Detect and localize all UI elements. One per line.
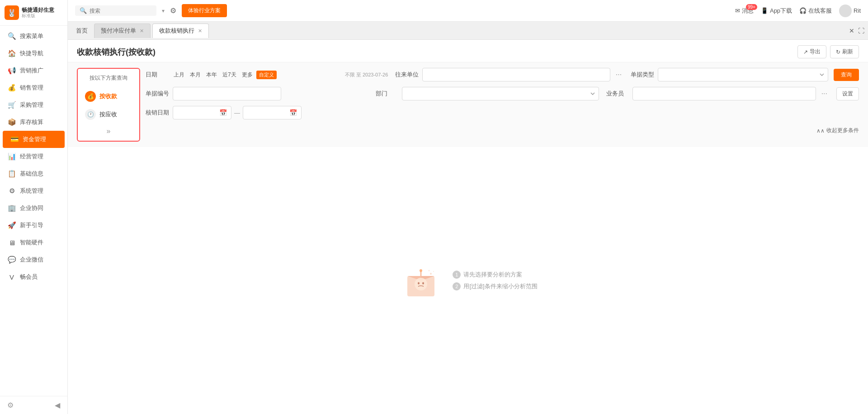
salesperson-input[interactable]	[632, 87, 816, 100]
service-icon: 🎧	[799, 7, 807, 14]
doc-no-input[interactable]	[173, 87, 281, 100]
date-tab-7days[interactable]: 近7天	[221, 70, 238, 80]
tab-home[interactable]: 首页	[71, 24, 92, 38]
collapse-more-label: 收起更多条件	[826, 127, 859, 134]
purchase-nav-label: 采购管理	[20, 101, 43, 109]
sidebar-item-operation[interactable]: 📊 经营管理	[0, 148, 67, 165]
export-icon: ↗	[803, 49, 808, 55]
salesperson-label: 业务员	[606, 90, 629, 98]
search-chevron-icon[interactable]: ▾	[162, 8, 165, 14]
sidebar-item-finance[interactable]: 💳 资金管理	[3, 131, 65, 148]
sidebar-item-system[interactable]: ⚙ 系统管理	[0, 182, 67, 200]
sidebar-item-smart[interactable]: 🖥 智能硬件	[0, 234, 67, 251]
sidebar-item-marketing[interactable]: 📢 营销推广	[0, 62, 67, 79]
avatar	[839, 5, 852, 17]
dept-label: 部门	[376, 90, 398, 98]
date-tab-last-month[interactable]: 上月	[172, 70, 186, 80]
svg-point-7	[429, 270, 430, 271]
basic-nav-label: 基础信息	[20, 170, 43, 178]
tip-text-2: 用[过滤]条件来缩小分析范围	[463, 282, 537, 290]
enterprise-nav-label: 企业协同	[20, 204, 43, 212]
user-menu[interactable]: Rit	[839, 5, 861, 17]
sidebar-item-newbie[interactable]: 🚀 新手引导	[0, 217, 67, 234]
date-tab-more[interactable]: 更多	[240, 70, 255, 80]
search-nav-icon: 🔍	[7, 32, 16, 40]
online-service-button[interactable]: 🎧 在线客服	[799, 7, 832, 15]
offset-date-start-input[interactable]: 2023-03-01	[177, 109, 217, 116]
prepay-tab-close-icon[interactable]: ✕	[140, 28, 144, 34]
tab-expand-icon[interactable]: ⛶	[858, 27, 864, 34]
counterparty-label: 往来单位	[395, 71, 419, 79]
offset-date-end-input[interactable]: 2023-07-21	[247, 109, 288, 116]
export-button[interactable]: ↗ 导出	[797, 45, 826, 58]
query-button[interactable]: 查询	[834, 69, 859, 81]
tab-bar: 首页 预付冲应付单 ✕ 收款核销执行 ✕ ✕ ⛶	[68, 22, 868, 40]
settings-button[interactable]: 设置	[836, 87, 859, 100]
message-badge: 99+	[746, 4, 757, 10]
sidebar-item-inventory[interactable]: 📦 库存核算	[0, 114, 67, 131]
sidebar-item-sales[interactable]: 💰 销售管理	[0, 79, 67, 96]
date-tab-this-month[interactable]: 本月	[188, 70, 203, 80]
logo-text: 畅捷通好生意 标准版	[22, 7, 54, 19]
filter-form: 日期 上月 本月 本年 近7天 更多 自定义 不限 至 2023-07-26 往…	[146, 68, 859, 142]
logo-icon: 🐰	[5, 5, 19, 20]
doc-no-field: 单据编号	[146, 87, 368, 100]
user-name: Rit	[854, 7, 861, 14]
inventory-nav-icon: 📦	[7, 118, 16, 126]
settings-icon[interactable]: ⚙	[7, 401, 14, 409]
sidebar-item-enterprise[interactable]: 🏢 企业协同	[0, 200, 67, 217]
app-download-button[interactable]: 📱 App下载	[761, 7, 792, 15]
tab-receipt-offset[interactable]: 收款核销执行 ✕	[152, 24, 209, 38]
header-search-box[interactable]: 🔍	[75, 5, 156, 16]
industry-solution-button[interactable]: 体验行业方案	[182, 4, 227, 17]
svg-point-3	[422, 282, 424, 285]
tip-num-2: 2	[453, 282, 461, 290]
empty-tips: 1 请先选择要分析的方案 2 用[过滤]条件来缩小分析范围	[453, 271, 537, 290]
quick-nav-nav-label: 快捷导航	[20, 49, 43, 57]
dept-select[interactable]	[402, 87, 599, 100]
sidebar-item-quick-nav[interactable]: 🏠 快捷导航	[0, 45, 67, 62]
basic-nav-icon: 📋	[7, 170, 16, 178]
filter-row-2: 单据编号 部门 业务员 ··· 设置	[146, 87, 859, 100]
filter-panel: 按以下方案查询 💰 按收款 🕐 按应收 »	[77, 68, 140, 142]
header-gear-icon[interactable]: ⚙	[170, 6, 176, 15]
doc-type-label: 单据类型	[631, 71, 654, 79]
sidebar-item-purchase[interactable]: 🛒 采购管理	[0, 96, 67, 114]
search-input[interactable]	[90, 8, 148, 14]
doc-type-select[interactable]	[658, 68, 828, 81]
sidebar: 🐰 畅捷通好生意 标准版 🔍 搜索菜单 🏠 快捷导航 📢 营销推广 💰 销售管理…	[0, 0, 68, 414]
counterparty-input[interactable]	[422, 68, 610, 81]
search-nav-label: 搜索菜单	[20, 32, 43, 40]
filter-panel-collapse-btn[interactable]: »	[82, 127, 135, 135]
prepay-tab-label: 预付冲应付单	[101, 27, 136, 35]
filter-by-receipt[interactable]: 💰 按收款	[82, 87, 135, 105]
offset-date-start-calendar-icon[interactable]: 📅	[219, 109, 227, 116]
sidebar-item-wechat[interactable]: 💬 企业微信	[0, 251, 67, 268]
offset-date-end-wrap: 2023-07-21 📅	[243, 106, 302, 119]
message-button[interactable]: ✉ 消息 99+	[735, 7, 754, 15]
tab-prepay[interactable]: 预付冲应付单 ✕	[94, 24, 151, 38]
date-tab-this-year[interactable]: 本年	[204, 70, 219, 80]
salesperson-more-icon[interactable]: ···	[820, 90, 829, 98]
service-label: 在线客服	[808, 7, 832, 15]
sidebar-item-member[interactable]: V 畅会员	[0, 268, 67, 286]
collapse-more-btn[interactable]: ∧∧ 收起更多条件	[146, 125, 859, 136]
filter-by-receivable[interactable]: 🕐 按应收	[82, 105, 135, 124]
receipt-offset-tab-close-icon[interactable]: ✕	[198, 28, 202, 34]
offset-date-start-wrap: 2023-03-01 📅	[173, 106, 231, 119]
refresh-button[interactable]: ↻ 刷新	[830, 45, 859, 58]
purchase-nav-icon: 🛒	[7, 101, 16, 109]
counterparty-more-icon[interactable]: ···	[614, 71, 623, 79]
message-icon: ✉	[735, 7, 740, 14]
sidebar-item-search[interactable]: 🔍 搜索菜单	[0, 28, 67, 45]
sidebar-item-basic[interactable]: 📋 基础信息	[0, 165, 67, 182]
app-label: App下载	[770, 7, 792, 15]
filter-panel-title: 按以下方案查询	[82, 74, 135, 82]
offset-date-end-calendar-icon[interactable]: 📅	[289, 109, 297, 116]
page-header: 收款核销执行(按收款) ↗ 导出 ↻ 刷新	[68, 40, 868, 62]
tab-close-all-icon[interactable]: ✕	[849, 27, 854, 34]
collapse-sidebar-icon[interactable]: ◀	[55, 401, 60, 409]
finance-nav-icon: 💳	[10, 135, 19, 143]
date-custom-tag[interactable]: 自定义	[256, 71, 277, 79]
svg-point-6	[430, 273, 432, 275]
